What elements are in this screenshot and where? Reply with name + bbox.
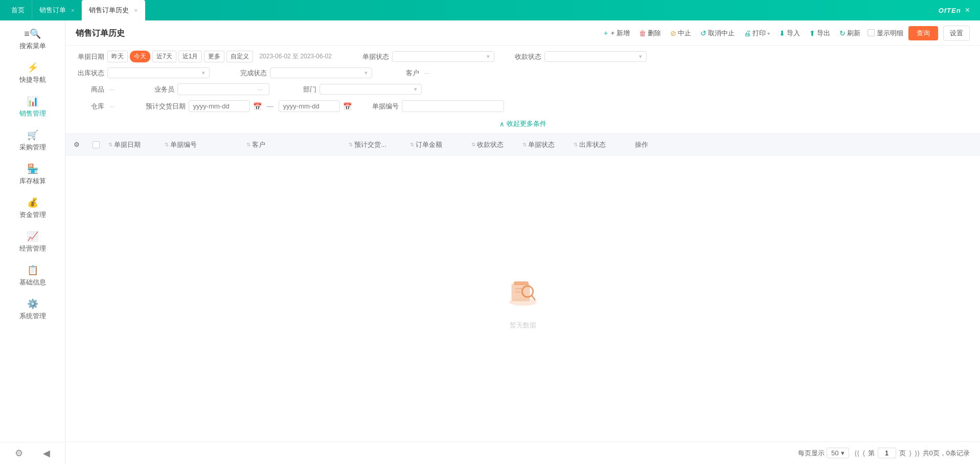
th-out-status[interactable]: ⇅ 出库状态 (569, 140, 631, 149)
page-prev-icon[interactable]: ⟨ (862, 449, 865, 457)
import-button[interactable]: ⬇ 导入 (777, 28, 802, 39)
print-button[interactable]: 🖨 打印 ▾ (742, 28, 772, 39)
delete-button[interactable]: 🗑 删除 (637, 28, 663, 39)
th-num[interactable]: ⇅ 单据编号 (161, 140, 242, 149)
th-checkbox[interactable] (88, 141, 104, 148)
filter-delivery-date: 预计交货日期 📅 — 📅 (146, 100, 352, 112)
date-btns: 昨天 今天 近7天 近1月 更多 自定义 (107, 51, 253, 62)
empty-illustration (500, 268, 546, 314)
stop-icon: ⊘ (670, 29, 676, 37)
salesperson-dots[interactable]: ··· (255, 85, 265, 93)
print-arrow-icon[interactable]: ▾ (767, 31, 770, 36)
set-button[interactable]: 设置 (943, 26, 970, 41)
th-date[interactable]: ⇅ 单据日期 (104, 140, 161, 149)
th-recv-status[interactable]: ⇅ 收款状态 (467, 140, 518, 149)
calendar-start-icon[interactable]: 📅 (253, 102, 262, 111)
tab-sales-order[interactable]: 销售订单 × (32, 0, 82, 20)
complete-status-select[interactable]: ▾ (270, 68, 372, 78)
th-bill-status-label: 单据状态 (528, 140, 555, 149)
th-amount[interactable]: ⇅ 订单金额 (406, 140, 467, 149)
th-delivery[interactable]: ⇅ 预计交货... (345, 140, 406, 149)
out-status-label: 出库状态 (76, 69, 104, 78)
date-btn-7days[interactable]: 近7天 (152, 51, 176, 62)
collapse-row[interactable]: ∧ 收起更多条件 (76, 117, 970, 128)
sidebar-item-quick-nav[interactable]: ⚡ 快捷导航 (3, 57, 62, 90)
page-first-icon[interactable]: ⟨⟨ (854, 449, 859, 457)
gear-icon: ⚙ (74, 141, 80, 148)
cancel-stop-button[interactable]: ↺ 取消中止 (698, 28, 737, 39)
out-status-select[interactable]: ▾ (107, 68, 210, 78)
sidebar-item-inventory[interactable]: 🏪 库存核算 (3, 158, 62, 191)
refresh-button[interactable]: ↻ 刷新 (837, 28, 862, 39)
dept-select[interactable]: ▾ (320, 84, 422, 95)
date-range-text: 2023-06-02 至 2023-06-02 (259, 52, 331, 61)
date-btn-more[interactable]: 更多 (204, 51, 224, 62)
settings-bottom-icon[interactable]: ⚙ (15, 448, 23, 459)
page-next-icon[interactable]: ⟩ (909, 449, 911, 457)
header-checkbox[interactable] (93, 141, 100, 148)
sidebar-item-sys-mgmt[interactable]: ⚙️ 系统管理 (3, 293, 62, 326)
sidebar-item-finance[interactable]: 💰 资金管理 (3, 192, 62, 225)
sidebar-item-search-menu[interactable]: ≡🔍 搜索菜单 (3, 23, 62, 56)
stop-button[interactable]: ⊘ 中止 (668, 28, 693, 39)
filter-date: 单据日期 昨天 今天 近7天 近1月 更多 自定义 2023-06-02 至 2… (76, 51, 332, 62)
th-gear[interactable]: ⚙ (70, 141, 88, 148)
date-btn-1month[interactable]: 近1月 (178, 51, 202, 62)
sidebar-item-sales-mgmt[interactable]: 📊 销售管理 (3, 91, 62, 123)
date-btn-today[interactable]: 今天 (130, 51, 150, 62)
sidebar-item-purchase-mgmt[interactable]: 🛒 采购管理 (3, 124, 62, 157)
bill-status-select[interactable]: ▾ (392, 51, 494, 62)
salesperson-input[interactable]: ··· (177, 83, 269, 95)
sidebar-item-operations[interactable]: 📈 经营管理 (3, 226, 62, 258)
delivery-date-end-input[interactable] (279, 100, 340, 112)
table-header: ⚙ ⇅ 单据日期 ⇅ 单据编号 ⇅ 客户 ⇅ (65, 134, 980, 156)
date-btn-custom[interactable]: 自定义 (226, 51, 253, 62)
inventory-icon: 🏪 (27, 163, 38, 174)
query-button[interactable]: 查询 (908, 26, 938, 40)
export-button[interactable]: ⬆ 导出 (807, 28, 832, 39)
tab-sales-order-label: 销售订单 (39, 6, 66, 15)
per-page-num[interactable]: 50 ▾ (827, 448, 849, 458)
finance-icon: 💰 (27, 197, 38, 208)
th-customer[interactable]: ⇅ 客户 (242, 140, 345, 149)
empty-text: 暂无数据 (510, 321, 536, 330)
sidebar-item-purchase-mgmt-label: 采购管理 (19, 143, 46, 152)
page-last-icon[interactable]: ⟩⟩ (915, 449, 920, 457)
sidebar-item-basic-info-label: 基础信息 (19, 278, 46, 287)
delivery-date-start-input[interactable] (189, 100, 250, 112)
total-text: 共0页，0条记录 (923, 449, 970, 458)
customer-dots[interactable]: ··· (422, 69, 432, 77)
empty-state: 暂无数据 (65, 156, 980, 441)
tab-home-label: 首页 (11, 6, 25, 15)
sidebar-item-sales-mgmt-label: 销售管理 (19, 109, 46, 118)
filter-dept: 部门 ▾ (288, 84, 422, 95)
new-button[interactable]: ＋ + 新增 (600, 28, 632, 39)
filter-row-1: 单据日期 昨天 今天 近7天 近1月 更多 自定义 2023-06-02 至 2… (76, 51, 970, 62)
customer-label: 客户 (391, 69, 419, 78)
sidebar-item-basic-info[interactable]: 📋 基础信息 (3, 259, 62, 292)
sort-amount-icon: ⇅ (410, 142, 414, 147)
tab-sales-history-close[interactable]: × (134, 7, 137, 13)
collapse-sidebar-icon[interactable]: ◀ (43, 448, 50, 459)
date-btn-yesterday[interactable]: 昨天 (107, 51, 128, 62)
delivery-date-label: 预计交货日期 (146, 102, 186, 111)
tab-home[interactable]: 首页 (4, 0, 32, 20)
filter-out-status: 出库状态 ▾ (76, 68, 210, 78)
warehouse-dots[interactable]: ··· (107, 102, 117, 110)
window-close-icon[interactable]: × (965, 6, 970, 15)
th-num-label: 单据编号 (170, 140, 197, 149)
display-toggle[interactable]: 显示明细 (868, 29, 903, 38)
recv-status-select[interactable]: ▾ (544, 51, 647, 62)
calendar-end-icon[interactable]: 📅 (343, 102, 352, 111)
goods-dots[interactable]: ··· (107, 85, 117, 93)
th-bill-status[interactable]: ⇅ 单据状态 (518, 140, 569, 149)
display-checkbox[interactable] (868, 29, 875, 38)
tab-sales-order-close[interactable]: × (71, 7, 74, 13)
bill-no-input[interactable] (402, 100, 504, 112)
tab-sales-history[interactable]: 销售订单历史 × (82, 0, 145, 20)
sort-bill-status-icon: ⇅ (522, 142, 527, 147)
th-date-label: 单据日期 (114, 140, 141, 149)
filter-row-2: 出库状态 ▾ 完成状态 ▾ 客户 ··· (76, 68, 970, 78)
page-input[interactable] (878, 448, 896, 458)
sidebar-item-quick-nav-label: 快捷导航 (19, 75, 46, 84)
